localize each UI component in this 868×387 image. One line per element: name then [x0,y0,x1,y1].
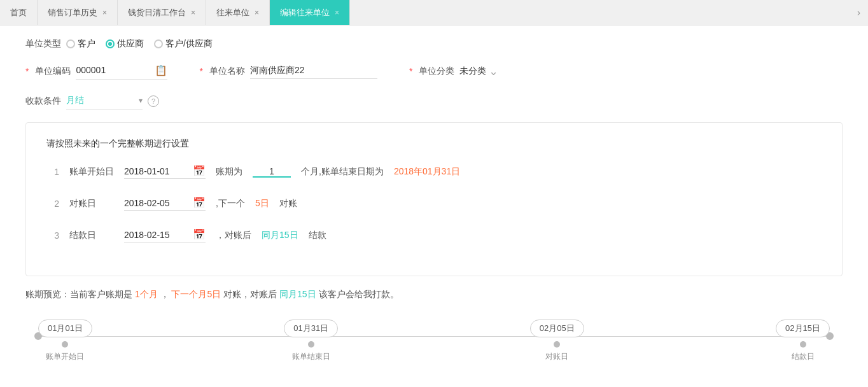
tab-cash-work-close[interactable]: × [191,8,195,17]
row-1-num: 1 [46,167,59,177]
settings-title: 请按照未来的一个完整帐期进行设置 [46,138,822,150]
main-content: 单位类型 客户 供应商 客户/供应商 * 单位编码 [0,25,868,387]
payment-help-icon[interactable]: ? [148,95,159,107]
radio-both[interactable]: 客户/供应商 [154,38,213,50]
row-3-num: 3 [46,230,59,241]
row-2-date-input[interactable] [124,198,188,208]
timeline-point-2: 01月31日 账单结束日 [284,320,338,362]
timeline-badge-1: 01月01日 [38,320,92,337]
category-dropdown-icon: ⌄ [489,64,498,78]
radio-customer-circle [66,39,75,48]
timeline-badge-3: 02月05日 [530,320,584,337]
preview-middle2: 对账，对账后 [223,289,277,299]
settings-row-3: 3 结款日 📅 ，对账后 同月15日 结款 [46,229,822,243]
unit-type-label: 单位类型 [25,38,61,50]
timeline-points: 01月01日 账单开始日 01月31日 账单结束日 02月05日 对账日 02月… [38,320,830,362]
tab-edit-partner[interactable]: 编辑往来单位 × [270,0,350,25]
name-input[interactable] [250,63,377,79]
row-3-date-input[interactable] [124,230,188,240]
preview-part3: 同月15日 [279,289,316,299]
settings-row-2: 2 对账日 📅 ,下一个 5日 对账 [46,197,822,211]
tab-cash-work-label: 钱货日清工作台 [128,7,186,18]
payment-value: 月结 [66,95,136,106]
row-1-suffix2: 个月,账单结束日期为 [301,166,384,178]
row-3-label: 结款日 [69,230,114,241]
code-input[interactable] [76,62,152,78]
timeline-dot-2 [308,341,314,348]
category-label: 单位分类 [419,66,454,77]
payment-row: 收款条件 月结 ▾ ? [25,92,843,109]
row-1-date-input[interactable] [124,166,188,176]
payment-select[interactable]: 月结 ▾ [66,92,143,109]
tab-partner-label: 往来单位 [216,7,249,18]
payment-group: 收款条件 月结 ▾ ? [25,92,159,109]
timeline-label-2: 账单结束日 [292,351,330,362]
radio-both-circle [154,39,163,48]
timeline-dot-1 [62,341,68,348]
tab-sales-history[interactable]: 销售订单历史 × [38,0,118,25]
payment-dropdown-icon: ▾ [139,96,143,105]
timeline-dot-3 [554,341,560,348]
row-1-end-date: 2018年01月31日 [394,166,460,178]
row-3-suffix: 结款 [309,230,326,241]
timeline-badge-2: 01月31日 [284,320,338,337]
settings-row-1: 1 账单开始日 📅 账期为 个月,账单结束日期为 2018年01月31日 [46,165,822,179]
row-2-suffix: 对账 [279,198,297,209]
row-2-num: 2 [46,199,59,209]
timeline-label-1: 账单开始日 [46,351,84,362]
row-2-prefix: ,下一个 [216,198,245,209]
period-input[interactable] [253,166,291,178]
timeline-label-3: 对账日 [545,351,568,362]
unit-type-group: 单位类型 客户 供应商 客户/供应商 [25,38,213,50]
category-select[interactable]: 未分类 ⌄ [459,64,498,78]
tab-home[interactable]: 首页 [0,0,38,25]
code-name-category-row: * 单位编码 📋 * 单位名称 * 单位分类 未分类 ⌄ [25,62,843,80]
row-1-label: 账单开始日 [69,166,114,178]
name-label: 单位名称 [209,66,245,77]
timeline-wrapper: 01月01日 账单开始日 01月31日 账单结束日 02月05日 对账日 02月… [25,320,843,362]
radio-customer[interactable]: 客户 [66,38,95,50]
payment-label: 收款条件 [25,95,61,107]
tab-partner[interactable]: 往来单位 × [206,0,270,25]
radio-supplier[interactable]: 供应商 [106,38,144,50]
preview-middle1: ， [160,289,169,299]
radio-both-label: 客户/供应商 [165,38,213,50]
timeline-badge-4: 02月15日 [776,320,830,337]
preview-section: 账期预览：当前客户账期是 1个月 ， 下一个月5日 对账，对账后 同月15日 该… [25,289,843,300]
category-group: * 单位分类 未分类 ⌄ [409,64,498,78]
timeline-point-3: 02月05日 对账日 [530,320,584,362]
radio-supplier-circle [106,39,115,48]
tab-partner-close[interactable]: × [255,8,259,17]
radio-customer-label: 客户 [78,38,95,50]
row-1-date-group: 📅 [124,165,206,179]
timeline-point-1: 01月01日 账单开始日 [38,320,92,362]
row-1-suffix: 账期为 [216,166,242,178]
category-value: 未分类 [459,66,486,77]
category-required: * [409,66,412,76]
preview-part1: 1个月 [135,289,158,299]
row-1-calendar-icon[interactable]: 📅 [193,165,206,177]
name-group: * 单位名称 [199,63,377,79]
radio-group: 客户 供应商 客户/供应商 [66,38,213,50]
row-2-calendar-icon[interactable]: 📅 [193,197,206,209]
timeline-dot-4 [800,341,806,348]
tab-sales-history-close[interactable]: × [102,8,107,17]
tab-cash-work[interactable]: 钱货日清工作台 × [118,0,206,25]
tab-expand-btn[interactable]: › [850,7,868,18]
row-3-highlight: 同月15日 [262,230,298,241]
row-3-calendar-icon[interactable]: 📅 [193,229,206,241]
code-label: 单位编码 [35,66,71,77]
preview-part2: 下一个月5日 [171,289,221,299]
tab-home-label: 首页 [10,7,27,18]
tab-edit-partner-close[interactable]: × [335,8,339,17]
radio-supplier-label: 供应商 [117,38,144,50]
tab-sales-history-label: 销售订单历史 [48,7,97,18]
code-group: * 单位编码 📋 [25,62,167,80]
code-field-wrapper: 📋 [76,62,167,80]
timeline-label-4: 结款日 [792,351,815,362]
code-calendar-icon[interactable]: 📋 [155,64,167,76]
tab-edit-partner-label: 编辑往来单位 [280,7,330,18]
name-required: * [199,66,202,76]
settings-box: 请按照未来的一个完整帐期进行设置 1 账单开始日 📅 账期为 个月,账单结束日期… [25,122,843,276]
row-2-date-group: 📅 [124,197,206,211]
